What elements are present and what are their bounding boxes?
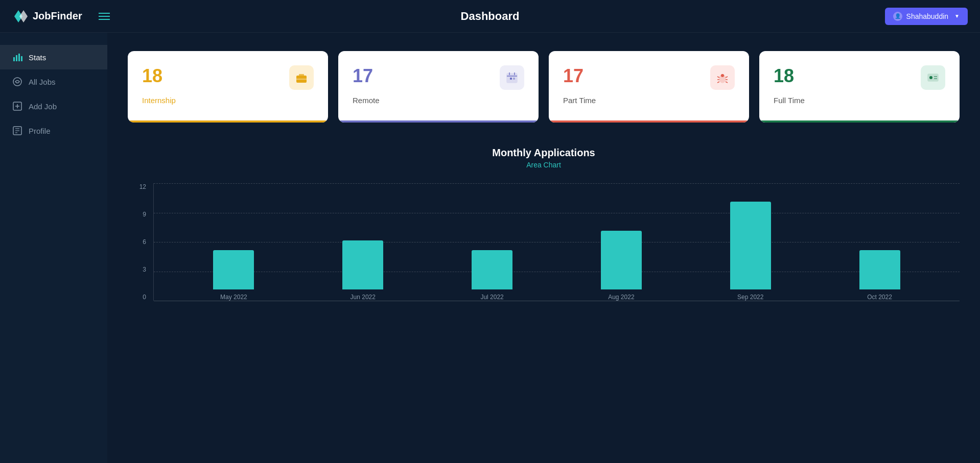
user-avatar-icon: 👤 [893, 12, 902, 21]
bar-chart-icon [12, 52, 22, 62]
svg-rect-2 [13, 57, 15, 61]
y-label-6: 6 [128, 238, 150, 246]
sidebar-item-stats[interactable]: Stats [0, 45, 107, 69]
bar-label-jul: Jul 2022 [480, 294, 503, 301]
stat-card-top-internship: 18 [142, 65, 314, 90]
svg-rect-15 [299, 74, 304, 77]
fulltime-icon-box [921, 65, 945, 90]
add-job-icon [12, 101, 22, 111]
bug-icon [715, 70, 730, 85]
sidebar-label-profile: Profile [29, 127, 51, 135]
header: JobFinder Dashboard 👤 Shahabuddin ▼ [0, 0, 980, 33]
logo-icon [12, 8, 29, 25]
jobs-icon [12, 77, 22, 87]
stat-label-parttime: Part Time [563, 96, 735, 115]
svg-rect-21 [510, 78, 512, 80]
logo-text: JobFinder [33, 10, 82, 22]
y-label-0: 0 [128, 294, 150, 301]
bar-label-sep: Sep 2022 [737, 294, 763, 301]
stat-card-top-remote: 17 [353, 65, 524, 90]
chart-wrapper: 0 3 6 9 12 [128, 183, 960, 301]
sidebar-label-all-jobs: All Jobs [29, 78, 56, 86]
stat-card-internship: 18 Internship [128, 51, 328, 123]
briefcase-icon [294, 70, 309, 85]
main-content: 18 Internship 17 [107, 33, 980, 463]
stat-card-fulltime: 18 Full Time [759, 51, 960, 123]
profile-icon [12, 126, 22, 136]
stat-card-remote: 17 Remote [338, 51, 539, 123]
svg-line-29 [717, 82, 719, 83]
bar-sep [730, 202, 771, 290]
page-title: Dashboard [461, 10, 520, 23]
svg-rect-3 [16, 55, 17, 61]
bar-group-jun: Jun 2022 [342, 240, 383, 301]
bar-group-aug: Aug 2022 [601, 231, 642, 301]
bar-jul [472, 250, 512, 289]
svg-rect-4 [18, 54, 20, 61]
header-right: 👤 Shahabuddin ▼ [885, 8, 968, 25]
stat-card-top-parttime: 17 [563, 65, 735, 90]
header-left: JobFinder [12, 8, 110, 25]
svg-rect-5 [21, 56, 22, 61]
svg-marker-1 [19, 10, 28, 22]
y-label-9: 9 [128, 211, 150, 218]
svg-line-26 [726, 77, 728, 78]
bar-label-oct: Oct 2022 [867, 294, 892, 301]
chart-section: Monthly Applications Area Chart 0 3 6 9 … [128, 147, 960, 301]
internship-icon-box [289, 65, 314, 90]
stat-label-fulltime: Full Time [774, 96, 945, 115]
user-name: Shahabuddin [906, 12, 949, 20]
stat-number-parttime: 17 [563, 65, 584, 87]
svg-line-30 [726, 82, 728, 83]
chart-subtitle: Area Chart [128, 161, 960, 169]
sidebar-item-all-jobs[interactable]: All Jobs [0, 69, 107, 94]
stat-card-bar-fulltime [759, 120, 960, 123]
sidebar-item-profile[interactable]: Profile [0, 118, 107, 143]
bar-group-may: May 2022 [213, 250, 254, 301]
sidebar-label-stats: Stats [29, 53, 46, 62]
bar-group-oct: Oct 2022 [859, 250, 900, 301]
id-card-icon [926, 70, 940, 85]
chevron-down-icon: ▼ [954, 13, 960, 19]
svg-rect-22 [513, 78, 515, 80]
sidebar: Stats All Jobs Add Job [0, 33, 107, 463]
stat-card-top-fulltime: 18 [774, 65, 945, 90]
chart-title: Monthly Applications [128, 147, 960, 159]
stat-label-internship: Internship [142, 96, 314, 115]
bar-aug [601, 231, 642, 289]
y-label-3: 3 [128, 266, 150, 273]
stat-card-parttime: 17 Part Time [549, 51, 749, 123]
bar-group-jul: Jul 2022 [472, 250, 512, 301]
stat-card-bar-internship [128, 120, 328, 123]
layout: Stats All Jobs Add Job [0, 33, 980, 463]
stat-number-internship: 18 [142, 65, 162, 87]
gridline-0 [154, 301, 960, 301]
stat-number-fulltime: 18 [774, 65, 794, 87]
bar-label-jun: Jun 2022 [351, 294, 376, 301]
bar-label-may: May 2022 [220, 294, 247, 301]
bar-may [213, 250, 254, 289]
chart-area: May 2022 Jun 2022 Jul 2022 Aug 2 [153, 183, 960, 301]
bar-oct [859, 250, 900, 289]
bar-jun [342, 240, 383, 289]
sidebar-item-add-job[interactable]: Add Job [0, 94, 107, 118]
parttime-icon-box [710, 65, 735, 90]
svg-point-6 [13, 78, 21, 86]
stats-cards: 18 Internship 17 [128, 51, 960, 123]
svg-point-24 [721, 74, 724, 77]
calendar-icon [505, 70, 519, 85]
y-axis: 0 3 6 9 12 [128, 183, 150, 301]
bar-label-aug: Aug 2022 [608, 294, 634, 301]
menu-icon[interactable] [99, 13, 110, 20]
sidebar-label-add-job: Add Job [29, 102, 57, 111]
stat-number-remote: 17 [353, 65, 373, 87]
svg-line-25 [717, 77, 719, 78]
stat-card-bar-parttime [549, 120, 749, 123]
stat-label-remote: Remote [353, 96, 524, 115]
bar-group-sep: Sep 2022 [730, 202, 771, 301]
y-label-12: 12 [128, 183, 150, 190]
remote-icon-box [500, 65, 524, 90]
user-menu-button[interactable]: 👤 Shahabuddin ▼ [885, 8, 968, 25]
stat-card-bar-remote [338, 120, 539, 123]
svg-point-32 [929, 76, 932, 79]
